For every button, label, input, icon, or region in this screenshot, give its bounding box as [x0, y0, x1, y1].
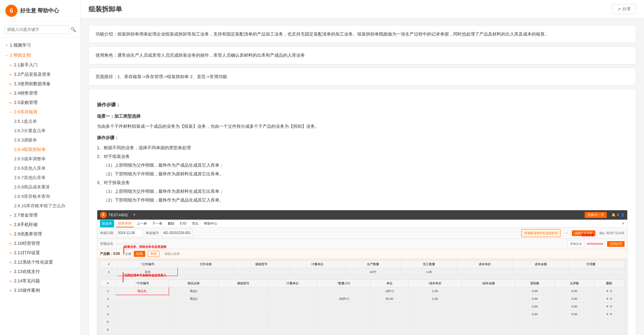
- sidebar-item-business[interactable]: + 2.10经营管理: [0, 239, 80, 248]
- table-row: 1 商品名 商品1 1(件+) 1.00 0.00: [100, 287, 625, 295]
- sidebar-item-finance[interactable]: + 2.7资金管理: [0, 211, 80, 220]
- intro-text: 功能介绍：组装拆卸单用来处理企业组装或拆卸等加工业务，支持有固定装配清单的产品加…: [96, 30, 629, 38]
- ss-lower-table-area: # *子件编号 商品名称 规格型号 计量单位 *数量小计 单位 *成本单价 *成…: [97, 278, 627, 335]
- ss-th-no: #: [100, 261, 118, 268]
- screenshot-container: 6 TEST-H002 ▼ 切换到一天 🔔 ⚙ 👤 新建单 组装拆卸 上一单 下…: [97, 210, 628, 335]
- path-text: 页面路径：1、库存核算->库存管理->组装拆卸单 2、首页->常用功能: [96, 73, 629, 80]
- sidebar-item-custom[interactable]: + 2.12系统个性化设置: [0, 258, 80, 267]
- ss-th-avail: 可用量: [569, 261, 613, 268]
- ss-stock-label: 货物品名: [568, 240, 584, 247]
- plus-icon: +: [9, 100, 12, 105]
- sidebar-item-coupon[interactable]: + 2.9优惠券管理: [0, 229, 80, 239]
- ss-company: TEST-H002: [109, 211, 128, 219]
- ss-extra-btns: 确认 取消产品关联: [599, 230, 625, 236]
- steps-subtitle: 操作步骤：: [97, 133, 628, 142]
- ss-th-spec: 规格型号: [233, 261, 289, 268]
- ss-lower-table: # *子件编号 商品名称 规格型号 计量单位 *数量小计 单位 *成本单价 *成…: [100, 279, 625, 335]
- expand-icon: +: [5, 43, 8, 48]
- ss-close[interactable]: ✕: [622, 220, 625, 227]
- ss-menu-print[interactable]: 打印: [178, 220, 189, 227]
- ss-arrow-right: →: [565, 230, 568, 236]
- ss-menu-export[interactable]: 导出: [190, 220, 201, 227]
- share-button[interactable]: ↗ 分享: [612, 4, 636, 14]
- search-input[interactable]: [4, 25, 69, 34]
- path-block: 页面路径：1、库存核算->库存管理->组装拆卸单 2、首页->常用功能: [89, 68, 636, 86]
- collapse-icon: −: [5, 53, 8, 58]
- main-content: 组装拆卸单 ↗ 分享 功能介绍：组装拆卸单用来处理企业组装或拆卸等加工业务，支持…: [80, 0, 644, 335]
- sidebar-item-cases[interactable]: + 2.15操作案例: [0, 286, 80, 295]
- sidebar-item-assembly[interactable]: 2.6.4组装拆卸单: [0, 145, 80, 154]
- sidebar-item-ledger-fix[interactable]: 2.6.10库存账本错了怎么办: [0, 201, 80, 211]
- ss-menu-help[interactable]: 帮助中心: [202, 220, 219, 227]
- logo-text: 好生意 帮助中心: [20, 7, 59, 14]
- ss-type-assemble[interactable]: 组装: [134, 251, 145, 257]
- ss-qty-label: 产品数：0.00: [100, 250, 120, 257]
- ss-th-action: [613, 261, 624, 268]
- ss-menu-bar: 新建单 组装拆卸 上一单 下一单 删除 打印 导出 帮助中心 ✕: [97, 220, 627, 228]
- sidebar-item-help-doc[interactable]: − 2.帮助文档: [0, 50, 80, 60]
- plus-icon: +: [9, 279, 12, 284]
- ss-upper-table-area: # *父件编号 父件名称 规格型号 计量单位 生产数量 完工数量 成本单价 成本…: [97, 259, 627, 277]
- sidebar-item-stocktake[interactable]: 2.6.1盘点单: [0, 117, 80, 126]
- ss-left-label: 左侧: [125, 251, 131, 257]
- search-button[interactable]: 🔍: [70, 27, 76, 32]
- steps-title: 操作步骤：: [97, 100, 628, 109]
- ss-type-row: 产品数：0.00 左侧 组装 拆卸 对应入出库: [97, 249, 627, 259]
- plus-icon: +: [9, 81, 12, 87]
- plus-icon: +: [9, 260, 12, 265]
- role-block: 使用角色：通常由生产人员或库管人员完成拆装业务的操作，库管人员确认原材料的出库和…: [89, 46, 636, 64]
- steps-block: 操作步骤： 场景一：加工类型选择 当由多个子件材料组装成一个成品的业务为【组装】…: [89, 89, 636, 335]
- ss-menu-next[interactable]: 下一单: [150, 220, 164, 227]
- plus-icon: +: [9, 269, 12, 274]
- sidebar-item-ledger-query[interactable]: 2.6.9库存账本查询: [0, 192, 80, 201]
- sidebar-item-video[interactable]: + 1.视频学习: [0, 40, 80, 50]
- role-text: 使用角色：通常由生产人员或库管人员完成拆装业务的操作，库管人员确认原材料的出库和…: [96, 51, 629, 59]
- sidebar-item-sales[interactable]: + 2.4销售管理: [0, 89, 80, 98]
- page-title: 组装拆卸单: [89, 5, 122, 14]
- plus-icon: +: [9, 213, 12, 218]
- ss-number-value: AD-20191226-001: [162, 229, 193, 237]
- sidebar-item-other-in[interactable]: 2.6.6其他入库单: [0, 164, 80, 173]
- logo-area: 6 好生意 帮助中心: [0, 0, 80, 22]
- step3: 3、对于拆装业务: [97, 178, 628, 187]
- sidebar-item-install[interactable]: + 2.2产品安装及登录: [0, 70, 80, 79]
- sidebar-item-cost-adjust[interactable]: 2.6.5成本调整单: [0, 154, 80, 164]
- step3-1: （1）上部明细为父件明细，最终作为原材料生成其它出库单；: [104, 187, 628, 196]
- ss-nav-btn[interactable]: 切换到一天: [585, 212, 607, 218]
- sidebar-item-mobile[interactable]: + 2.8手机旺铺: [0, 220, 80, 229]
- table-row: 3 0.000.00✕ ✕: [100, 303, 625, 311]
- ss-menu-prev[interactable]: 上一单: [135, 220, 149, 227]
- table-row: 4 0.000.00✕ ✕: [100, 311, 625, 318]
- sidebar-item-transfer[interactable]: 2.6.3调拨单: [0, 135, 80, 145]
- table-row: 5: [100, 318, 625, 326]
- ss-process-btn[interactable]: 启用处理: [607, 241, 625, 247]
- sidebar-item-print[interactable]: + 2.11打印设置: [0, 248, 80, 258]
- ss-th-parent-name: 父件名称: [178, 261, 233, 268]
- ss-new-btn[interactable]: 新建单: [100, 220, 114, 227]
- ss-type-hint: 对应入出库: [165, 251, 180, 257]
- ss-type-disassemble[interactable]: 拆卸: [148, 251, 159, 257]
- annotation-no-bom: 无固定清单可在组件在这里录入: [124, 272, 166, 278]
- annotation-type-select: 组装业务、拆卸业务在这里选择: [124, 244, 166, 250]
- ss-menu-delete[interactable]: 删除: [166, 220, 176, 227]
- ss-icons: 🔔 ⚙ 👤: [611, 212, 625, 218]
- sidebar-item-online-pay[interactable]: + 2.13在线支付: [0, 267, 80, 276]
- search-box: 🔍: [0, 22, 80, 38]
- sidebar-item-inventory[interactable]: − 2.6库存核算: [0, 107, 80, 117]
- sidebar-item-purchase[interactable]: + 2.5采购管理: [0, 98, 80, 107]
- ss-menu-assembly[interactable]: 组装拆卸: [116, 220, 133, 227]
- sidebar-item-cost-recalc[interactable]: 2.6.8商品成本重算: [0, 182, 80, 192]
- plus-icon: +: [9, 91, 12, 96]
- sidebar-item-partial-stocktake[interactable]: 2.6.2分量盘点单: [0, 126, 80, 135]
- plus-icon: +: [9, 63, 12, 68]
- ss-th-done-qty: 完工数量: [401, 261, 457, 268]
- sidebar-item-data-prep[interactable]: + 2.3使用前数据准备: [0, 79, 80, 89]
- sidebar-item-beginner[interactable]: + 2.1新手入门: [0, 60, 80, 70]
- nav-tree: + 1.视频学习 − 2.帮助文档 + 2.1新手入门 + 2.2产品安装及登录…: [0, 38, 80, 298]
- plus-icon: +: [9, 241, 12, 246]
- step3-2: （2）下部明细为子件明细，最终作为产成品生成其它入库单。: [104, 196, 628, 205]
- sidebar-item-faq[interactable]: + 2.14常见问题: [0, 276, 80, 286]
- ss-stock-input-highlighted[interactable]: [587, 243, 603, 244]
- sidebar-item-other-out[interactable]: 2.6.7其他出库单: [0, 173, 80, 182]
- ss-dropdown: ▼: [132, 212, 136, 218]
